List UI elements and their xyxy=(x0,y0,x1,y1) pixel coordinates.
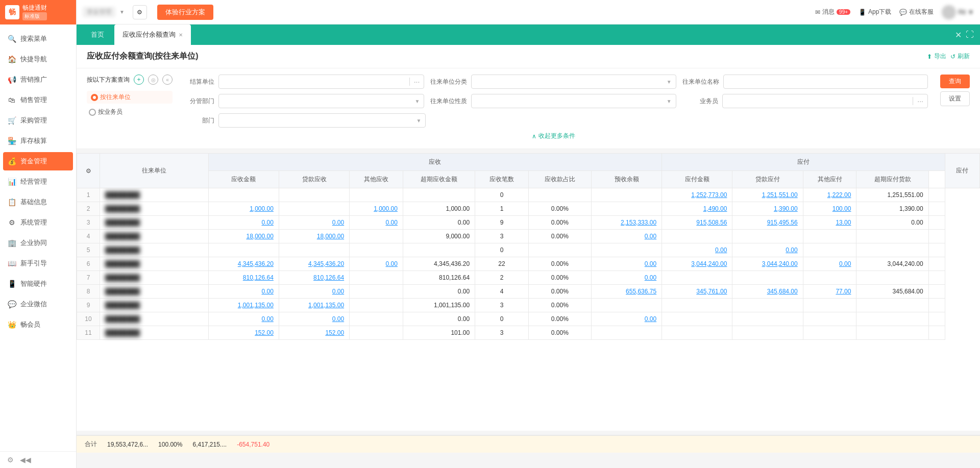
sidebar-item-guide[interactable]: 📖 新手引导 xyxy=(0,253,76,274)
partner-nature-select[interactable]: ▼ xyxy=(471,94,676,108)
guide-icon: 📖 xyxy=(7,259,16,267)
settlement-unit-dots[interactable]: ··· xyxy=(409,78,424,86)
tab-ar-ap[interactable]: 应收应付余额查询 ✕ xyxy=(114,24,191,45)
settlement-unit-input[interactable]: ··· xyxy=(218,75,424,89)
query-button[interactable]: 查询 xyxy=(940,75,970,88)
message-btn[interactable]: ✉ 消息 99+ xyxy=(815,8,850,16)
table-row: 3████████0.000.000.000.0090.00%2,153,333… xyxy=(77,216,980,230)
table-row: 10████████0.000.000.0000.00%0.00 xyxy=(77,312,980,326)
th-settings[interactable]: ⚙ xyxy=(77,154,100,188)
settings-bottom-icon[interactable]: ⚙ xyxy=(7,456,14,464)
collapse-label: 收起更多条件 xyxy=(538,132,575,140)
sidebar-item-search-menu[interactable]: 🔍 搜索菜单 xyxy=(0,29,76,49)
export-btn[interactable]: ⬆ 导出 xyxy=(927,52,946,61)
sidebar-item-sales[interactable]: 🛍 销售管理 xyxy=(0,90,76,110)
th-ar-advance: 预收余额 xyxy=(591,171,662,188)
sidebar-label: 新手引导 xyxy=(20,259,47,268)
footer-ap-overdue: -654,751.40 xyxy=(237,441,270,448)
th-ar-overdue: 超期应收金额 xyxy=(403,171,475,188)
trial-btn[interactable]: 体验行业方案 xyxy=(157,5,213,20)
search-fields: 结算单位 ··· 往来单位分类 ▼ xyxy=(179,75,928,142)
th-partner: 往来单位 xyxy=(100,154,209,188)
sidebar-item-member[interactable]: 👑 畅会员 xyxy=(0,314,76,335)
search-menu-icon: 🔍 xyxy=(7,35,16,43)
close-window-btn[interactable]: ✕ xyxy=(955,30,962,40)
sidebar-label: 企业微信 xyxy=(20,300,47,309)
field-partner-nature: 往来单位性质 ▼ xyxy=(430,94,676,108)
sidebar-item-inventory[interactable]: 🏪 库存核算 xyxy=(0,131,76,151)
sidebar-item-quick-nav[interactable]: 🏠 快捷导航 xyxy=(0,49,76,69)
sidebar-label: 库存核算 xyxy=(20,136,47,145)
sidebar-item-hardware[interactable]: 📱 智能硬件 xyxy=(0,274,76,294)
user-name: Rit xyxy=(958,9,966,16)
wechat-icon: 💬 xyxy=(7,300,16,308)
th-ap-amount: 应付金额 xyxy=(662,171,732,188)
sidebar-label: 销售管理 xyxy=(20,95,47,105)
sidebar-item-finance[interactable]: 💰 资金管理 xyxy=(0,151,76,171)
table-row: 6████████4,345,436.204,345,436.200.004,3… xyxy=(77,257,980,271)
partner-nature-arrow: ▼ xyxy=(667,98,672,104)
filter-by-unit-label: 按往来单位 xyxy=(100,93,131,102)
finance-icon: 💰 xyxy=(7,157,16,165)
table-row: 7████████810,126.64810,126.64810,126.642… xyxy=(77,271,980,285)
service-btn[interactable]: 💬 在线客服 xyxy=(899,8,934,16)
partner-category-select[interactable]: ▼ xyxy=(471,75,676,89)
sidebar-item-wechat[interactable]: 💬 企业微信 xyxy=(0,294,76,314)
collapse-sidebar-btn[interactable]: ◀◀ xyxy=(20,456,31,464)
setting-button[interactable]: 设置 xyxy=(940,91,970,106)
search-row-3: 部门 ▼ xyxy=(179,113,928,128)
salesperson-input[interactable]: ··· xyxy=(722,94,928,108)
tab-home-label: 首页 xyxy=(91,30,104,39)
th-payable-group: 应付 xyxy=(662,154,945,171)
refresh-btn[interactable]: ↺ 刷新 xyxy=(950,52,970,61)
collapse-more-btn[interactable]: ∧ 收起更多条件 xyxy=(526,130,581,142)
sidebar-item-marketing[interactable]: 📢 营销推广 xyxy=(0,69,76,90)
field-dept: 部门 ▼ xyxy=(179,113,426,128)
collapse-scheme-btn[interactable]: « xyxy=(162,75,173,85)
download-btn[interactable]: 📱 App下载 xyxy=(859,8,891,16)
partner-name-input[interactable] xyxy=(723,75,928,89)
tab-home[interactable]: 首页 xyxy=(83,24,112,45)
user-area[interactable]: Rit ▼ xyxy=(942,5,974,19)
service-label: 在线客服 xyxy=(909,8,934,16)
logo-name: 畅捷通财 xyxy=(22,4,47,12)
filter-options: 按往来单位 按业务员 xyxy=(87,91,173,118)
query-buttons: 查询 设置 xyxy=(940,75,970,106)
sidebar-label: 畅会员 xyxy=(20,320,40,329)
table-row: 9████████1,001,135.001,001,135.001,001,1… xyxy=(77,299,980,312)
filter-by-staff-label: 按业务员 xyxy=(98,108,122,116)
dept-manager-select[interactable]: ▼ xyxy=(218,94,424,108)
search-rows: 结算单位 ··· 往来单位分类 ▼ xyxy=(179,75,928,128)
page-actions: ⬆ 导出 ↺ 刷新 xyxy=(927,52,970,61)
top-header: 资金管理 ▼ ⚙ 体验行业方案 ✉ 消息 99+ 📱 App下载 💬 在线客服 … xyxy=(77,0,980,24)
search-row-2: 分管部门 ▼ 往来单位性质 ▼ xyxy=(179,94,928,108)
table-container[interactable]: ⚙ 往来单位 应收 应付 应付 应收金额 贷款应收 其他应收 超期应收金额 应收… xyxy=(77,153,980,431)
sidebar-item-basic-info[interactable]: 📋 基础信息 xyxy=(0,192,76,212)
sidebar-item-system[interactable]: ⚙ 系统管理 xyxy=(0,212,76,233)
tab-close-icon[interactable]: ✕ xyxy=(179,32,183,38)
th-ap-overdue: 超期应付货款 xyxy=(856,171,928,188)
filter-by-staff[interactable]: 按业务员 xyxy=(87,106,173,118)
sidebar-item-purchase[interactable]: 🛒 采购管理 xyxy=(0,110,76,131)
dept-select[interactable]: ▼ xyxy=(218,113,426,128)
inventory-icon: 🏪 xyxy=(7,137,16,145)
refresh-label: 刷新 xyxy=(958,52,970,61)
table-settings-icon[interactable]: ⚙ xyxy=(82,165,94,177)
system-icon: ⚙ xyxy=(7,218,16,227)
partner-category-arrow: ▼ xyxy=(667,79,672,85)
sidebar-item-enterprise[interactable]: 🏢 企业协同 xyxy=(0,233,76,253)
salesperson-dots[interactable]: ··· xyxy=(913,97,927,105)
target-scheme-btn[interactable]: ◎ xyxy=(148,75,158,85)
add-scheme-btn[interactable]: + xyxy=(134,75,144,85)
gear-button[interactable]: ⚙ xyxy=(133,5,147,19)
enterprise-icon: 🏢 xyxy=(7,239,16,247)
sidebar-item-operations[interactable]: 📊 经营管理 xyxy=(0,171,76,192)
field-salesperson: 业务员 ··· xyxy=(682,94,928,108)
footer-label: 合计 xyxy=(85,440,97,449)
filter-by-unit[interactable]: 按往来单位 xyxy=(87,91,173,104)
page-title: 应收应付余额查询(按往来单位) xyxy=(87,51,199,62)
expand-window-btn[interactable]: ⛶ xyxy=(966,30,974,39)
dept-manager-label: 分管部门 xyxy=(179,97,214,106)
partner-nature-label: 往来单位性质 xyxy=(430,97,467,106)
breadcrumb-text: 资金管理 xyxy=(83,7,115,17)
